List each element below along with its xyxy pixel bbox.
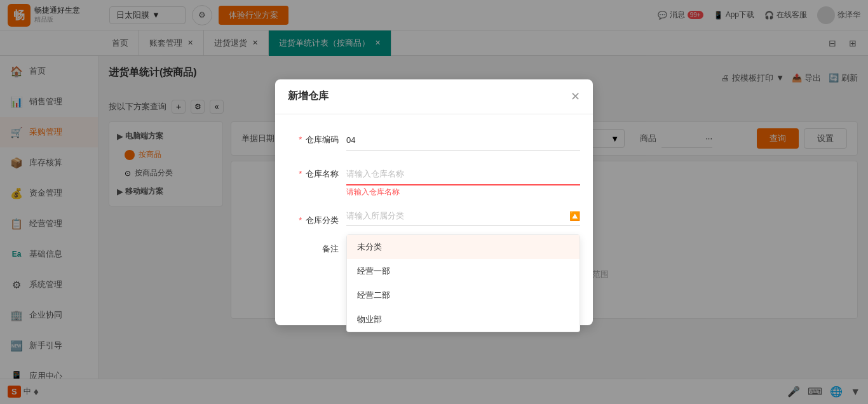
name-control: 请输入仓库名称 [346,164,580,198]
category-dropdown: 未分类 经营一部 经营二部 物业部 [346,234,580,332]
dialog-title: 新增仓库 [288,90,329,103]
dialog-header: 新增仓库 ✕ [275,79,593,114]
category-control: 请输入所属分类 🔼 未分类 经营一部 经营二部 物业部 [346,210,580,226]
required-star: * [299,135,302,144]
dropdown-item-property[interactable]: 物业部 [347,307,580,332]
category-placeholder: 请输入所属分类 [346,210,569,222]
warehouse-category-row: * 仓库分类 请输入所属分类 🔼 未分类 经营一部 经营二部 [288,210,580,226]
warehouse-name-input[interactable] [346,164,580,185]
required-star-name: * [299,169,302,178]
name-error-msg: 请输入仓库名称 [346,187,580,198]
dialog-body: * 仓库编码 * 仓库名称 请输入仓库名称 [275,114,593,288]
warehouse-code-input[interactable] [346,130,580,151]
category-arrow-up-icon: 🔼 [569,211,580,221]
category-label: * 仓库分类 [288,210,339,226]
code-label: * 仓库编码 [288,130,339,145]
note-label: 备注 [288,239,339,255]
required-star-cat: * [299,215,302,225]
warehouse-code-row: * 仓库编码 [288,130,580,151]
category-select-wrapper: 请输入所属分类 🔼 未分类 经营一部 经营二部 物业部 [346,210,580,226]
warehouse-name-row: * 仓库名称 请输入仓库名称 [288,164,580,198]
dropdown-item-dept2[interactable]: 经营二部 [347,283,580,307]
name-label: * 仓库名称 [288,164,339,180]
modal-overlay: 新增仓库 ✕ * 仓库编码 * 仓库名称 [0,0,868,404]
dropdown-item-uncategorized[interactable]: 未分类 [347,235,580,259]
code-control [346,130,580,151]
dialog-close-button[interactable]: ✕ [571,90,580,104]
category-select-trigger[interactable]: 请输入所属分类 🔼 [346,210,580,226]
dropdown-item-dept1[interactable]: 经营一部 [347,259,580,283]
new-warehouse-dialog: 新增仓库 ✕ * 仓库编码 * 仓库名称 [275,79,593,325]
